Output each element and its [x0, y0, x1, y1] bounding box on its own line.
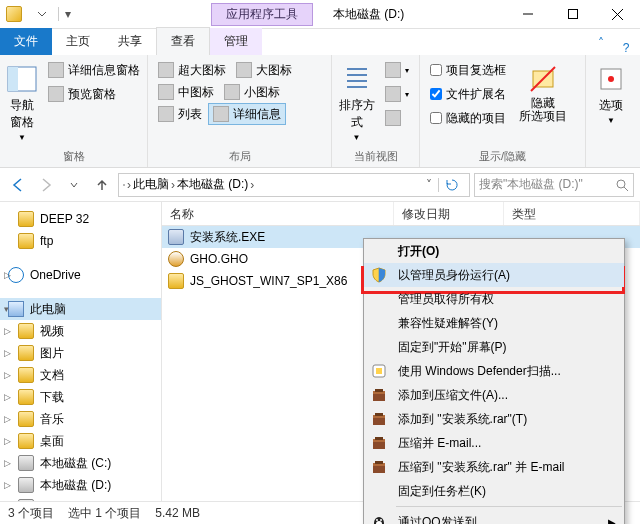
separator [396, 506, 622, 507]
checkbox-icon [430, 88, 442, 100]
nav-tree[interactable]: DEEP 32 ftp ▷OneDrive ▾此电脑 ▷视频 ▷图片 ▷文档 ▷… [0, 202, 162, 501]
ctx-take-ownership[interactable]: 管理员取得所有权 [364, 287, 624, 311]
xl-icons-icon [158, 62, 174, 78]
contextual-tool-tab: 应用程序工具 [211, 3, 313, 26]
search-icon [615, 178, 629, 192]
ctx-qq-send[interactable]: 通过QQ发送到▶ [364, 510, 624, 524]
qq-icon [370, 513, 388, 524]
sizecol-icon [385, 110, 401, 126]
tab-file[interactable]: 文件 [0, 28, 52, 55]
desktop-icon [18, 433, 34, 449]
checkbox-icon [430, 112, 442, 124]
col-name[interactable]: 名称 [162, 202, 394, 225]
defender-icon [370, 362, 388, 380]
drive-icon [18, 477, 34, 493]
ctx-rar-emailto[interactable]: 压缩到 "安装系统.rar" 并 E-mail [364, 455, 624, 479]
sort-button[interactable]: 排序方式 ▼ [338, 59, 375, 142]
group-by-button[interactable]: ▾ [381, 59, 413, 81]
ctx-rar-add[interactable]: 添加到压缩文件(A)... [364, 383, 624, 407]
close-button[interactable] [595, 0, 640, 28]
col-date[interactable]: 修改日期 [394, 202, 504, 225]
documents-icon [18, 367, 34, 383]
context-menu: 打开(O) 以管理员身份运行(A) 管理员取得所有权 兼容性疑难解答(Y) 固定… [363, 238, 625, 524]
sort-icon [341, 63, 373, 95]
shield-icon [370, 266, 388, 284]
column-headers[interactable]: 名称 修改日期 类型 [162, 202, 640, 226]
nav-item-videos[interactable]: ▷视频 [0, 320, 161, 342]
col-type[interactable]: 类型 [504, 202, 640, 225]
nav-pane-button[interactable]: 导航窗格 ▼ [6, 59, 38, 142]
nav-item-documents[interactable]: ▷文档 [0, 364, 161, 386]
group-label-view: 当前视图 [332, 149, 419, 167]
nav-item-pictures[interactable]: ▷图片 [0, 342, 161, 364]
qat-dropdown-icon[interactable] [36, 8, 48, 20]
nav-item-ftp[interactable]: ftp [0, 230, 161, 252]
options-button[interactable]: 选项 ▼ [592, 59, 630, 125]
address-bar: › 此电脑 › 本地磁盘 (D:) › ˅ 搜索"本地磁盘 (D:)" [0, 168, 640, 202]
group-icon [385, 62, 401, 78]
ribbon: 导航窗格 ▼ 详细信息窗格 预览窗格 窗格 超大图标 大图标 中图标 小图标 列… [0, 55, 640, 168]
ctx-pin-taskbar[interactable]: 固定到任务栏(K) [364, 479, 624, 503]
ctx-rar-email[interactable]: 压缩并 E-mail... [364, 431, 624, 455]
columns-icon [385, 86, 401, 102]
maximize-button[interactable] [550, 0, 595, 28]
nav-item-desktop[interactable]: ▷桌面 [0, 430, 161, 452]
collapse-ribbon-button[interactable]: ˄ [590, 31, 612, 55]
details-pane-button[interactable]: 详细信息窗格 [44, 59, 144, 81]
ctx-rar-addto[interactable]: 添加到 "安装系统.rar"(T) [364, 407, 624, 431]
ctx-run-as-admin[interactable]: 以管理员身份运行(A) [364, 263, 624, 287]
videos-icon [18, 323, 34, 339]
minimize-button[interactable] [505, 0, 550, 28]
help-button[interactable]: ? [612, 41, 640, 55]
drive-icon [123, 184, 125, 186]
add-columns-button[interactable]: ▾ [381, 83, 413, 105]
view-details[interactable]: 详细信息 [208, 103, 286, 125]
nav-item-music[interactable]: ▷音乐 [0, 408, 161, 430]
status-count: 3 个项目 [8, 505, 54, 522]
ctx-compat-troubleshoot[interactable]: 兼容性疑难解答(Y) [364, 311, 624, 335]
nav-item-downloads[interactable]: ▷下载 [0, 386, 161, 408]
tab-manage[interactable]: 管理 [210, 28, 262, 55]
size-columns-button[interactable] [381, 107, 413, 129]
crumb-drive[interactable]: 本地磁盘 (D:) [177, 176, 248, 193]
hidden-items-toggle[interactable]: 隐藏的项目 [426, 107, 510, 129]
crumb-thispc[interactable]: 此电脑 [133, 176, 169, 193]
refresh-button[interactable] [438, 178, 465, 192]
forward-button[interactable] [34, 173, 58, 197]
rar-icon [370, 386, 388, 404]
view-s-icons[interactable]: 小图标 [220, 81, 284, 103]
nav-item-onedrive[interactable]: ▷OneDrive [0, 264, 161, 286]
back-button[interactable] [6, 173, 30, 197]
search-input[interactable]: 搜索"本地磁盘 (D:)" [474, 173, 634, 197]
ctx-open[interactable]: 打开(O) [364, 239, 624, 263]
preview-pane-button[interactable]: 预览窗格 [44, 83, 144, 105]
view-xl-icons[interactable]: 超大图标 [154, 59, 230, 81]
view-m-icons[interactable]: 中图标 [154, 81, 218, 103]
breadcrumb[interactable]: › 此电脑 › 本地磁盘 (D:) › ˅ [118, 173, 470, 197]
ctx-defender-scan[interactable]: 使用 Windows Defender扫描... [364, 359, 624, 383]
ctx-pin-start[interactable]: 固定到"开始"屏幕(P) [364, 335, 624, 359]
nav-item-drive-c[interactable]: ▷本地磁盘 (C:) [0, 452, 161, 474]
file-ext-toggle[interactable]: 文件扩展名 [426, 83, 510, 105]
recent-button[interactable] [62, 173, 86, 197]
tab-share[interactable]: 共享 [104, 28, 156, 55]
svg-rect-14 [375, 413, 383, 416]
quick-access-toolbar: ▾ [0, 6, 71, 22]
item-checkboxes-toggle[interactable]: 项目复选框 [426, 59, 510, 81]
hide-selected-button[interactable]: 隐藏 所选项目 [516, 59, 570, 123]
up-button[interactable] [90, 173, 114, 197]
nav-item-thispc[interactable]: ▾此电脑 [0, 298, 161, 320]
tab-view[interactable]: 查看 [156, 27, 210, 55]
view-list[interactable]: 列表 [154, 103, 206, 125]
nav-item-drive-e[interactable]: ▷本地磁盘 (E:) [0, 496, 161, 501]
svg-point-24 [380, 519, 382, 521]
svg-rect-20 [375, 461, 383, 464]
addr-dropdown-icon[interactable]: ˅ [420, 178, 438, 192]
tab-home[interactable]: 主页 [52, 28, 104, 55]
exe-icon [168, 229, 184, 245]
nav-pane-icon [6, 63, 38, 95]
view-l-icons[interactable]: 大图标 [232, 59, 296, 81]
group-label-showhide: 显示/隐藏 [420, 149, 585, 167]
nav-item-deep32[interactable]: DEEP 32 [0, 208, 161, 230]
nav-item-drive-d[interactable]: ▷本地磁盘 (D:) [0, 474, 161, 496]
